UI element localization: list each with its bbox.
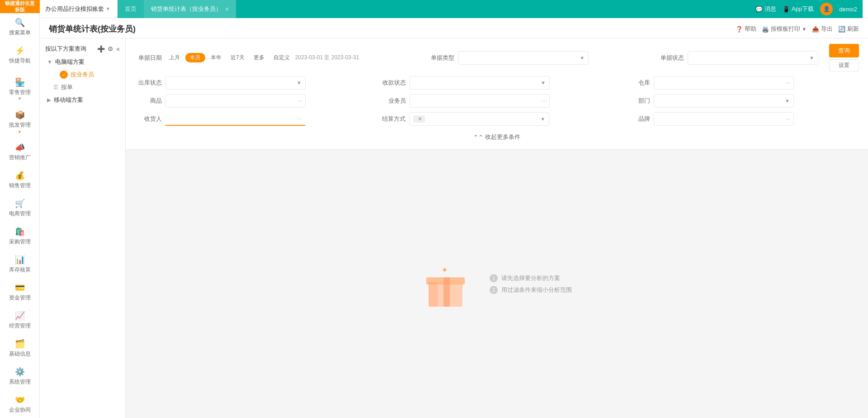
sidebar-item-ops[interactable]: 📈 经营管理 <box>0 306 40 334</box>
export-btn[interactable]: 📤 导出 <box>812 25 833 33</box>
message-icon: 💬 <box>755 6 763 13</box>
settle-tag-remove[interactable]: ✕ <box>418 116 422 122</box>
collapse-panel-icon[interactable]: « <box>116 45 120 52</box>
sidebar-item-search[interactable]: 🔍 搜索菜单 <box>0 13 40 41</box>
date-custom[interactable]: 自定义 <box>270 53 293 62</box>
date-this-year[interactable]: 本年 <box>207 53 225 62</box>
top-nav: 办公用品行业模拟账套 ▼ 首页 销货单统计表（按业务员） × ─ ⬜ 💬 消息 … <box>40 0 868 18</box>
sidebar-purchase-label: 采购管理 <box>9 238 31 246</box>
sidebar-item-purchase[interactable]: 🛍️ 采购管理 <box>0 222 40 250</box>
messages-btn[interactable]: 💬 消息 <box>755 5 776 13</box>
tree-pc-label: 电脑端方案 <box>55 58 85 66</box>
step-1-text: 请先选择要分析的方案 <box>501 274 560 282</box>
pay-status-dropdown-icon: ▼ <box>541 80 546 86</box>
purchase-icon: 🛍️ <box>15 227 25 237</box>
settle-field[interactable]: ✕ ▼ <box>409 112 550 126</box>
retail-icon: 🏪 <box>15 77 25 87</box>
query-button[interactable]: 查询 <box>829 44 859 57</box>
collapse-btn[interactable]: ⌃⌃ 收起更多条件 <box>135 130 859 144</box>
sidebar-item-basic[interactable]: 🗂️ 基础信息 <box>0 334 40 362</box>
sidebar-item-wholesale[interactable]: 📦 批发管理 ▲ <box>0 105 40 138</box>
receiver-field[interactable]: ··· <box>165 112 305 126</box>
empty-steps: 1 请先选择要分析的方案 2 用过滤条件来缩小分析范围 <box>490 274 572 294</box>
avatar: 👤 <box>820 3 833 15</box>
app-logo: 畅捷通好生意 标版 <box>0 0 40 13</box>
date-prev-month[interactable]: 上月 <box>165 53 184 62</box>
filter-row-1: 单据日期 上月 本月 本年 近7天 更多 自定义 2023-03-01 至 20… <box>135 44 859 71</box>
sidebar-basic-label: 基础信息 <box>9 350 31 358</box>
goods-field[interactable]: ··· <box>165 94 306 108</box>
help-btn[interactable]: ❓ 帮助 <box>736 25 756 33</box>
tree-item-salesperson[interactable]: ✓ 按业务员 <box>40 68 125 81</box>
sidebar-item-quicknav[interactable]: ⚡ 快捷导航 <box>0 41 40 69</box>
tree-expand-icon: ▼ <box>47 59 52 65</box>
sidebar-item-ecommerce[interactable]: 🛒 电商管理 <box>0 194 40 222</box>
warehouse-field[interactable]: ··· <box>654 76 794 90</box>
tab-report[interactable]: 销货单统计表（按业务员） × <box>144 0 236 18</box>
retail-expand-icon: ▼ <box>18 96 22 101</box>
search-icon: 🔍 <box>15 18 25 28</box>
warehouse-more-icon: ··· <box>786 80 790 86</box>
date-7days[interactable]: 近7天 <box>227 53 248 62</box>
dept-label: 部门 <box>623 97 650 105</box>
tab-home-label: 首页 <box>125 5 137 13</box>
settle-label: 结算方式 <box>378 115 406 123</box>
order-scheme-icon: ☰ <box>53 84 58 90</box>
help-icon: ❓ <box>736 26 743 33</box>
dept-dropdown-icon: ▼ <box>785 98 790 104</box>
pay-status-field[interactable]: ▼ <box>410 76 550 90</box>
tab-close-icon[interactable]: × <box>225 5 229 13</box>
empty-box-svg: ✦ <box>422 259 472 309</box>
wholesale-expand-icon: ▲ <box>18 129 22 133</box>
salesperson-field[interactable]: ··· <box>410 94 550 108</box>
page-title: 销货单统计表(按业务员) <box>49 24 136 34</box>
tree-item-byorder[interactable]: ☰ 按单 <box>40 81 125 94</box>
tab-home[interactable]: 首页 <box>118 0 144 18</box>
left-panel-title: 按以下方案查询 <box>45 45 86 53</box>
marketing-icon: 📣 <box>15 142 25 152</box>
inventory-icon: 📊 <box>15 255 25 265</box>
brand-label: 品牌 <box>623 115 650 123</box>
settings-button[interactable]: 设置 <box>829 59 859 71</box>
svg-rect-4 <box>429 282 438 307</box>
page-container: 销货单统计表(按业务员) ❓ 帮助 🖨️ 按模板打印 ▼ 📤 导出 🔄 刷 <box>40 18 868 418</box>
sidebar-inventory-label: 库存核算 <box>9 266 31 274</box>
out-status-field[interactable]: ▼ <box>165 76 306 90</box>
sidebar-item-marketing[interactable]: 📣 营销推广 <box>0 138 40 166</box>
sidebar-item-inventory[interactable]: 📊 库存核算 <box>0 250 40 278</box>
sidebar-item-collab[interactable]: 🤝 企业协同 <box>0 390 40 418</box>
status-field[interactable]: ▼ <box>688 51 818 65</box>
collapse-label: 收起更多条件 <box>485 133 520 141</box>
goods-label: 商品 <box>135 97 162 105</box>
empty-state: ✦ 1 请先选择要分析的方案 2 <box>126 150 868 418</box>
workspace-selector[interactable]: 办公用品行业模拟账套 ▼ <box>45 5 110 13</box>
print-btn[interactable]: 🖨️ 按模板打印 ▼ <box>762 25 807 33</box>
refresh-btn[interactable]: 🔄 刷新 <box>838 25 859 33</box>
tree-section-pc[interactable]: ▼ 电脑端方案 <box>40 56 125 68</box>
brand-field[interactable]: ··· <box>654 112 794 126</box>
svg-rect-2 <box>443 277 450 307</box>
sidebar-quicknav-label: 快捷导航 <box>9 57 31 65</box>
date-more[interactable]: 更多 <box>250 53 268 62</box>
app-download-btn[interactable]: 📱 App下载 <box>783 5 814 13</box>
sidebar-item-retail[interactable]: 🏪 零售管理 ▼ <box>0 73 40 105</box>
step-num-2: 2 <box>490 286 498 294</box>
sidebar: 畅捷通好生意 标版 🔍 搜索菜单 ⚡ 快捷导航 🏪 零售管理 ▼ 📦 批发管理 … <box>0 0 40 418</box>
type-field[interactable]: ▼ <box>458 51 589 65</box>
goods-more-icon: ··· <box>297 98 302 104</box>
sidebar-search-label: 搜索菜单 <box>9 29 31 37</box>
out-status-label: 出库状态 <box>135 79 162 87</box>
dept-field[interactable]: ▼ <box>654 94 794 108</box>
sidebar-item-system[interactable]: ⚙️ 系统管理 <box>0 362 40 390</box>
sidebar-ops-label: 经营管理 <box>9 322 31 330</box>
settings-scheme-icon[interactable]: ⚙ <box>108 45 113 52</box>
top-nav-right: 💬 消息 📱 App下载 👤 demo2 <box>750 0 863 18</box>
step-2-text: 用过滤条件来缩小分析范围 <box>501 286 572 294</box>
sidebar-item-sales[interactable]: 💰 销售管理 <box>0 166 40 194</box>
date-this-month[interactable]: 本月 <box>185 53 205 62</box>
add-scheme-icon[interactable]: ➕ <box>97 45 105 52</box>
sidebar-item-finance[interactable]: 💳 资金管理 <box>0 278 40 306</box>
sidebar-sales-label: 销售管理 <box>9 182 31 190</box>
tree-section-mobile[interactable]: ▶ 移动端方案 <box>40 94 125 106</box>
refresh-icon: 🔄 <box>838 26 845 33</box>
